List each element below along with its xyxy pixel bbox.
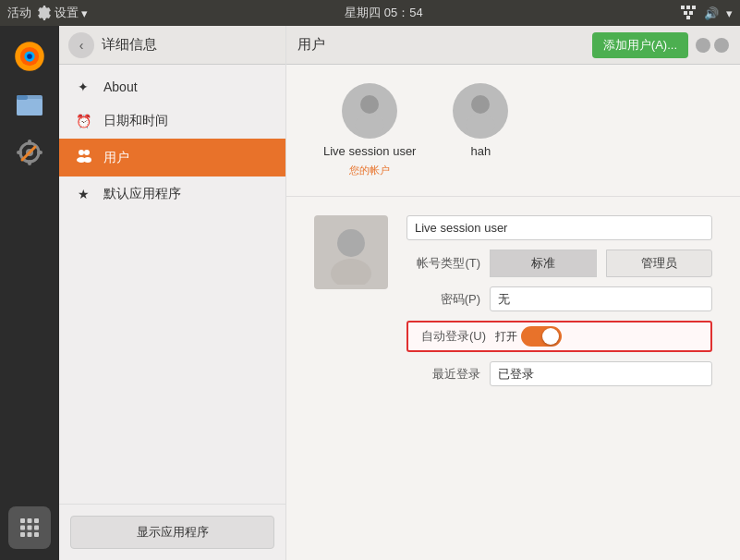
- sidebar-header: ‹ 详细信息: [59, 26, 285, 65]
- activities-button[interactable]: 活动: [7, 5, 31, 21]
- settings-panel: ‹ 详细信息 ✦ About ⏰ 日期和时间: [59, 26, 740, 560]
- autologin-row: 自动登录(U) 打开: [406, 321, 712, 352]
- content-area: 用户 添加用户(A)...: [286, 26, 740, 560]
- type-admin-button[interactable]: 管理员: [606, 250, 713, 277]
- sidebar-item-users[interactable]: 用户: [59, 139, 285, 177]
- add-user-button[interactable]: 添加用户(A)...: [592, 32, 688, 58]
- user-details-form: 帐号类型(T) 标准 管理员 密码(P) 自动登录(U) 打开: [286, 197, 740, 405]
- show-apps-button[interactable]: 显示应用程序: [70, 516, 274, 549]
- sidebar-item-label-about: About: [103, 79, 138, 94]
- last-login-row: 最近登录: [406, 361, 712, 386]
- dock-show-apps[interactable]: [8, 506, 51, 549]
- svg-rect-3: [684, 11, 687, 15]
- sidebar-nav: ✦ About ⏰ 日期和时间: [59, 65, 285, 504]
- window-controls: [696, 38, 729, 53]
- gear-icon: [37, 6, 52, 20]
- users-section: Live session user 您的帐户 hah: [286, 65, 740, 197]
- sidebar-item-datetime[interactable]: ⏰ 日期和时间: [59, 103, 285, 139]
- svg-rect-25: [34, 526, 39, 530]
- volume-icon: 🔊: [704, 6, 719, 20]
- sidebar-item-about[interactable]: ✦ About: [59, 70, 285, 103]
- svg-rect-24: [28, 526, 32, 530]
- svg-rect-23: [20, 526, 25, 530]
- main-container: ‹ 详细信息 ✦ About ⏰ 日期和时间: [0, 26, 740, 560]
- autologin-toggle[interactable]: [521, 326, 562, 347]
- settings-label: 设置: [55, 5, 79, 21]
- svg-point-9: [27, 54, 32, 59]
- svg-rect-17: [17, 151, 22, 154]
- svg-point-38: [331, 259, 371, 285]
- svg-rect-0: [681, 6, 685, 9]
- password-label: 密码(P): [406, 291, 480, 308]
- toggle-knob: [542, 328, 559, 345]
- svg-rect-12: [17, 95, 28, 100]
- sidebar-item-label-datetime: 日期和时间: [103, 113, 168, 129]
- window-close-button[interactable]: [714, 38, 729, 53]
- password-row: 密码(P): [406, 286, 712, 311]
- datetime-display: 星期四 05：54: [345, 5, 423, 21]
- sidebar-footer: 显示应用程序: [59, 504, 285, 560]
- sidebar-item-label-default-apps: 默认应用程序: [103, 186, 181, 202]
- topbar: 活动 设置 ▾ 星期四 05：54 🔊 ▾: [0, 0, 740, 26]
- svg-point-37: [337, 229, 365, 257]
- sidebar-item-default-apps[interactable]: ★ 默认应用程序: [59, 177, 285, 212]
- form-section: 帐号类型(T) 标准 管理员 密码(P) 自动登录(U) 打开: [406, 215, 712, 386]
- svg-rect-4: [689, 11, 693, 15]
- svg-rect-21: [28, 518, 32, 523]
- topbar-left: 活动 设置 ▾: [7, 5, 88, 21]
- user-card-hah[interactable]: hah: [453, 83, 508, 177]
- svg-rect-5: [686, 16, 690, 19]
- autologin-toggle-container: 打开: [495, 326, 562, 347]
- svg-rect-28: [34, 532, 39, 537]
- about-icon: ✦: [74, 79, 92, 94]
- topbar-center: 星期四 05：54: [345, 5, 423, 21]
- dock: [0, 26, 59, 560]
- dock-firefox[interactable]: [8, 35, 51, 78]
- content-title: 用户: [297, 36, 325, 54]
- user-card-live[interactable]: Live session user 您的帐户: [323, 83, 416, 177]
- svg-rect-16: [28, 160, 31, 165]
- sidebar-item-label-users: 用户: [103, 150, 129, 166]
- username-row: [406, 215, 712, 240]
- username-input[interactable]: [406, 215, 712, 240]
- svg-point-35: [471, 95, 490, 114]
- last-login-label: 最近登录: [406, 366, 480, 383]
- autologin-label: 自动登录(U): [412, 328, 486, 345]
- sidebar-title: 详细信息: [102, 36, 157, 54]
- header-actions: 添加用户(A)...: [592, 32, 729, 58]
- account-type-label: 帐号类型(T): [406, 255, 480, 272]
- type-standard-button[interactable]: 标准: [490, 250, 597, 277]
- user-avatar-hah: [453, 83, 508, 139]
- dock-settings[interactable]: [8, 131, 51, 174]
- svg-rect-18: [37, 151, 42, 154]
- clock-icon: ⏰: [74, 114, 92, 128]
- svg-point-29: [79, 150, 84, 155]
- svg-rect-22: [34, 518, 39, 523]
- svg-rect-27: [28, 532, 32, 537]
- user-sublabel-live: 您的帐户: [349, 164, 390, 177]
- back-button[interactable]: ‹: [68, 32, 94, 58]
- svg-point-34: [355, 114, 384, 134]
- svg-point-36: [466, 114, 495, 134]
- topbar-right: 🔊 ▾: [680, 5, 733, 22]
- settings-dropdown-arrow: ▾: [81, 6, 88, 20]
- svg-rect-26: [20, 532, 25, 537]
- settings-menu[interactable]: 设置 ▾: [37, 5, 88, 21]
- svg-point-32: [84, 157, 91, 163]
- svg-rect-1: [686, 6, 690, 9]
- window-minimize-button[interactable]: [696, 38, 710, 53]
- svg-rect-15: [28, 140, 31, 145]
- sidebar: ‹ 详细信息 ✦ About ⏰ 日期和时间: [59, 26, 286, 560]
- user-avatar-large[interactable]: [314, 215, 388, 289]
- svg-line-19: [22, 147, 35, 160]
- system-menu-icon: ▾: [726, 6, 733, 20]
- user-avatar-live: [342, 83, 397, 139]
- svg-rect-11: [17, 99, 42, 116]
- svg-point-31: [84, 150, 90, 155]
- dock-files[interactable]: [8, 83, 51, 126]
- autologin-state-label: 打开: [495, 329, 517, 345]
- content-header: 用户 添加用户(A)...: [286, 26, 740, 65]
- last-login-input[interactable]: [490, 361, 712, 386]
- svg-rect-2: [692, 6, 696, 9]
- password-input[interactable]: [490, 286, 712, 311]
